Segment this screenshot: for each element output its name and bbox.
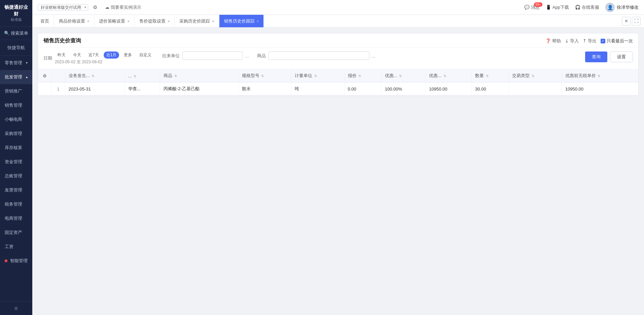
th-unit[interactable]: 计量单位 ⇅ — [291, 69, 345, 82]
td-pretax-price: 10950.00 — [562, 82, 638, 96]
app-name: 畅捷通好业财 — [3, 4, 30, 17]
query-button[interactable]: 查询 — [585, 51, 607, 62]
sort-icon-qty: ⇅ — [486, 74, 489, 78]
date-option-yesterday[interactable]: 昨天 — [55, 51, 68, 59]
page-panel: 销售历史价查询 ❓ 帮助 ⤓ 导入 ⤒ 导出 ✓ — [38, 33, 639, 96]
sidebar-item-salary[interactable]: 工资 — [0, 240, 32, 254]
app-download-button[interactable]: 📱 App下载 — [546, 4, 569, 10]
td-num: 1 — [51, 82, 65, 96]
tab-close-btn[interactable]: ✕ — [622, 17, 631, 26]
export-button[interactable]: ⤒ 导出 — [583, 38, 597, 44]
tab-sale-history[interactable]: 销售历史价跟踪 × — [219, 15, 264, 28]
th-more1[interactable]: ... ⇅ — [124, 69, 160, 82]
import-icon: ⤓ — [565, 38, 569, 43]
goods-input[interactable] — [269, 51, 369, 60]
tab-sale-extract[interactable]: 售价提取设置 × — [135, 15, 175, 28]
tab-close-purchase-strategy[interactable]: × — [127, 19, 129, 23]
topbar: 好业财标准版交付试用 ⚙ ☁ 我要看实例演示 💬 消息 99+ 📱 App下载 … — [32, 0, 644, 15]
chevron-icon: ▾ — [26, 61, 28, 65]
tab-close-purchase-history[interactable]: × — [212, 19, 214, 23]
tab-home[interactable]: 首页 — [36, 15, 54, 28]
page-header: 销售历史价查询 ❓ 帮助 ⤓ 导入 ⤒ 导出 ✓ — [38, 33, 638, 47]
tab-close-price[interactable]: × — [87, 19, 89, 23]
td-qty: 30.00 — [472, 82, 509, 96]
th-discount1[interactable]: 优惠... ⇅ — [381, 69, 426, 82]
sidebar-item-inventory[interactable]: 库存核算 — [0, 141, 32, 155]
source-unit-more-btn[interactable]: ... — [245, 53, 249, 59]
tabs-controls: ✕ ⛶ — [622, 17, 641, 26]
td-discount2: 10950.00 — [426, 82, 472, 96]
sidebar-item-purchase[interactable]: 采购管理 — [0, 127, 32, 141]
th-discount2[interactable]: 优惠... ⇅ — [426, 69, 472, 82]
th-trade-type[interactable]: 交易类型 ⇅ — [509, 69, 562, 82]
settings-icon[interactable]: ⚙ — [14, 306, 18, 311]
topbar-settings-icon[interactable]: ⚙ — [93, 4, 97, 10]
th-gear[interactable]: ⚙ — [38, 69, 51, 82]
sidebar-search[interactable]: 🔍 搜索菜单 — [0, 27, 32, 40]
source-unit-filter-group: 往来单位 ... — [162, 51, 249, 60]
th-biz-date[interactable]: 业务发生... ⇅ — [65, 69, 124, 82]
td-trade-type — [509, 82, 562, 96]
topbar-demo[interactable]: ☁ 我要看实例演示 — [105, 4, 141, 10]
td-unit: 吨 — [291, 82, 345, 96]
th-qty[interactable]: 数量 ⇅ — [472, 69, 509, 82]
source-unit-input[interactable] — [182, 51, 243, 60]
app-edition: 标准版 — [3, 17, 30, 22]
td-spec: 散水 — [238, 82, 291, 96]
settings-button[interactable]: 设置 — [610, 51, 633, 62]
date-options: 昨天 今天 近7天 近1月 更多 自定义 — [55, 51, 154, 59]
th-price[interactable]: 报价 ⇅ — [344, 69, 381, 82]
tab-purchase-strategy[interactable]: 进价策略设置 × — [94, 15, 134, 28]
date-option-last1m[interactable]: 近1月 — [104, 51, 119, 59]
td-goods: 丙烯酸-2-乙基己酯 — [160, 82, 238, 96]
tab-maximize-btn[interactable]: ⛶ — [632, 17, 641, 26]
sidebar-item-invoice[interactable]: 发票管理 — [0, 183, 32, 197]
import-button[interactable]: ⤓ 导入 — [565, 38, 579, 44]
sidebar-item-tax[interactable]: 税务管理 — [0, 197, 32, 211]
messages-button[interactable]: 💬 消息 99+ — [524, 4, 540, 10]
user-menu[interactable]: 👤 徐泽华修改 — [605, 3, 639, 12]
gear-icon[interactable]: ⚙ — [43, 73, 47, 78]
online-service-button[interactable]: 🎧 在线客服 — [575, 4, 599, 10]
sidebar-quick-nav-item[interactable]: 快捷导航 — [0, 42, 32, 54]
sidebar-footer[interactable]: ⚙ — [0, 302, 32, 315]
sidebar-item-retail[interactable]: 零售管理 ▾ — [0, 56, 32, 70]
date-range: 2023-05-02 至 2023-06-02 — [55, 59, 154, 65]
tab-close-sale-extract[interactable]: × — [168, 19, 170, 23]
sidebar-menu: 零售管理 ▾ 批发管理 ▴ 营销推广 销售管理 小畅电商 采购管理 库存核算 资… — [0, 56, 32, 302]
checkbox-icon: ✓ — [601, 39, 605, 43]
tab-purchase-history[interactable]: 采购历史价跟踪 × — [175, 15, 219, 28]
brand-select-wrapper[interactable]: 好业财标准版交付试用 — [38, 4, 88, 11]
goods-more-btn[interactable]: ... — [371, 53, 375, 59]
date-option-last7[interactable]: 近7天 — [86, 51, 102, 59]
date-option-more[interactable]: 更多 — [121, 51, 135, 59]
table-row[interactable]: 1 2023-05-31 华查... 丙烯酸-2-乙基己酯 散水 吨 0.00 … — [38, 82, 638, 96]
date-option-custom[interactable]: 自定义 — [137, 51, 154, 59]
only-last-checkbox[interactable]: ✓ 只看最后一次 — [601, 38, 633, 44]
sidebar-item-ecom-mini[interactable]: 小畅电商 — [0, 112, 32, 127]
brand-select[interactable]: 好业财标准版交付试用 — [38, 4, 88, 11]
td-discount1: 100.00% — [381, 82, 426, 96]
th-pretax-price[interactable]: 优惠前无税单价 ⇅ — [562, 69, 638, 82]
help-button[interactable]: ❓ 帮助 — [545, 38, 561, 44]
sidebar-item-finance[interactable]: 资金管理 — [0, 155, 32, 169]
sidebar-item-sales[interactable]: 销售管理 — [0, 98, 32, 112]
th-num — [51, 69, 65, 82]
tab-price[interactable]: 商品价格设置 × — [54, 15, 94, 28]
source-unit-label: 往来单位 — [162, 53, 180, 59]
date-option-today[interactable]: 今天 — [70, 51, 84, 59]
headset-icon: 🎧 — [575, 5, 580, 10]
sidebar-item-smart[interactable]: 智能管理 — [0, 254, 32, 268]
message-icon: 💬 — [524, 5, 530, 10]
goods-filter-group: 商品 ... — [257, 51, 375, 60]
sidebar-item-ecom[interactable]: 电商管理 — [0, 211, 32, 225]
sidebar-item-marketing[interactable]: 营销推广 — [0, 84, 32, 98]
sidebar-item-fixed-assets[interactable]: 固定资产 — [0, 225, 32, 240]
sidebar-item-wholesale[interactable]: 批发管理 ▴ — [0, 70, 32, 84]
th-goods[interactable]: 商品 ⇅ — [160, 69, 238, 82]
sidebar-item-general-ledger[interactable]: 总账管理 — [0, 169, 32, 183]
tab-close-sale-history[interactable]: × — [257, 19, 259, 23]
sidebar-logo: 畅捷通好业财 标准版 — [0, 0, 32, 27]
th-spec[interactable]: 规格型号 ⇅ — [238, 69, 291, 82]
goods-input-wrapper: ... — [269, 51, 375, 60]
